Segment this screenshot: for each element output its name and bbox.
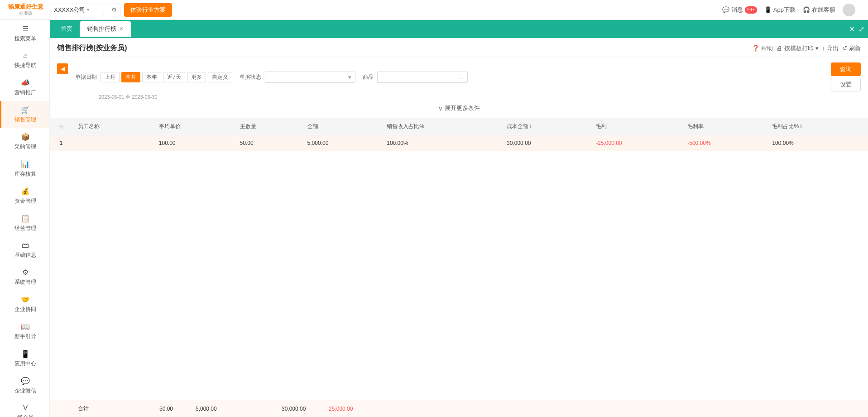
sidebar-item-system-label: 系统管理 (14, 278, 36, 286)
cell-sales-pct: 100.00% (381, 135, 501, 151)
page-content: 销售排行榜(按业务员) ❓ 帮助 🖨 按模板打印 ▾ ↓ 导出 (50, 38, 868, 417)
sidebar-item-guide[interactable]: 📖 新手引导 (0, 318, 49, 345)
gear-icon-btn[interactable]: ⚙ (108, 4, 120, 16)
message-item[interactable]: 💬 消息 99+ (722, 6, 757, 14)
footer-total: 合计 50.00 5,000.00 30,000.00 -25,000.00 (50, 400, 868, 417)
expand-conditions-label: 展开更多条件 (445, 104, 480, 112)
print-chevron-icon: ▾ (815, 45, 819, 52)
date-btn-last-month[interactable]: 上月 (101, 72, 120, 82)
goods-input[interactable]: ... (377, 72, 468, 83)
collapse-filter-icon[interactable]: ◀ (57, 63, 68, 74)
main-layout: ☰ 搜索菜单 ⌂ 快捷导航 📣 营销推广 🛒 销售管理 📦 采购管理 📊 库存核… (0, 20, 868, 417)
tab-home[interactable]: 首页 (53, 21, 80, 37)
filter-row-1: 单据日期 上月 本月 本年 近7天 更多 自定义 (75, 62, 861, 91)
sidebar-item-wechat[interactable]: 💬 企业微信 (0, 372, 49, 399)
sidebar-item-system[interactable]: ⚙ 系统管理 (0, 264, 49, 291)
status-filter: 单据状态 ▾ (240, 72, 355, 83)
logo-area: 畅康通好生意 标准版 (5, 3, 46, 17)
tab-close-icon[interactable]: ✕ (119, 26, 124, 32)
set-button[interactable]: 设置 (831, 78, 861, 91)
sidebar-item-search[interactable]: ☰ 搜索菜单 (0, 20, 49, 47)
sidebar-item-inventory[interactable]: 📊 库存核算 (0, 155, 49, 182)
export-button[interactable]: ↓ 导出 (822, 44, 839, 53)
cell-name (72, 135, 153, 151)
th-sales-pct: 销售收入占比% (381, 118, 501, 135)
system-icon: ⚙ (22, 268, 29, 277)
date-btn-more[interactable]: 更多 (187, 72, 206, 82)
message-label: 消息 (731, 6, 743, 14)
sidebar-item-nav[interactable]: ⌂ 快捷导航 (0, 47, 49, 74)
date-btn-this-year[interactable]: 本年 (142, 72, 161, 82)
status-filter-label: 单据状态 (240, 73, 261, 81)
star-icon: ☆ (58, 123, 64, 130)
maximize-icon[interactable]: ⤢ (858, 25, 864, 34)
logo-text: 畅康通好生意 (8, 3, 43, 10)
sidebar-item-enterprise[interactable]: 🤝 企业协同 (0, 291, 49, 318)
refresh-button[interactable]: ↺ 刷新 (842, 44, 861, 53)
refresh-icon: ↺ (842, 45, 847, 52)
tab-home-label: 首页 (61, 25, 72, 33)
export-icon: ↓ (822, 45, 825, 52)
sidebar-item-member-label: 畅会员 (17, 414, 34, 417)
sidebar-item-guide-label: 新手引导 (14, 333, 36, 340)
avatar[interactable] (843, 4, 855, 16)
sidebar-item-finance-label: 资金管理 (14, 197, 36, 205)
tab-sales-ranking[interactable]: 销售排行榜 ✕ (80, 21, 131, 37)
sidebar-item-member[interactable]: V 畅会员 (0, 399, 49, 417)
th-name: 员工名称 (72, 118, 153, 135)
home-icon: ⌂ (23, 52, 28, 60)
cell-avg-price: 100.00 (153, 135, 235, 151)
print-icon: 🖨 (777, 45, 782, 52)
company-name: XXXXX公司 (54, 6, 85, 14)
wechat-icon: 💬 (21, 377, 30, 385)
sidebar-item-marketing[interactable]: 📣 营销推广 (0, 74, 49, 101)
close-window-icon[interactable]: ✕ (849, 25, 855, 34)
basic-info-icon: 🗃 (22, 241, 29, 249)
cost-info-icon[interactable]: ℹ (530, 124, 532, 129)
headset-icon: 🎧 (803, 6, 810, 13)
app-download-item[interactable]: 📱 App下载 (764, 6, 796, 14)
date-btn-7days[interactable]: 近7天 (163, 72, 185, 82)
online-service-item[interactable]: 🎧 在线客服 (803, 6, 835, 14)
query-button[interactable]: 查询 (831, 62, 861, 76)
date-btn-custom[interactable]: 自定义 (208, 72, 232, 82)
goods-filter: 商品 ... (363, 72, 468, 83)
status-select[interactable]: ▾ (265, 72, 355, 83)
top-bar: 畅康通好生意 标准版 XXXXX公司 ▾ ⚙ 体验行业方案 💬 消息 99+ 📱… (0, 0, 868, 20)
date-range-row: 2023-06-01 至 2023-06-30 (75, 93, 861, 101)
sidebar-item-purchase[interactable]: 📦 采购管理 (0, 128, 49, 155)
footer-gross: -25,000.00 (327, 406, 368, 412)
th-main-qty: 主数量 (235, 118, 302, 135)
sidebar-item-finance[interactable]: 💰 资金管理 (0, 182, 49, 210)
marketing-icon: 📣 (21, 78, 30, 87)
purchase-icon: 📦 (21, 133, 30, 141)
management-icon: 📋 (21, 214, 30, 223)
print-button[interactable]: 🖨 按模板打印 ▾ (777, 44, 819, 53)
footer-cost: 30,000.00 (282, 406, 327, 412)
sidebar-item-sales[interactable]: 🛒 销售管理 (0, 101, 49, 128)
content-area: 首页 销售排行榜 ✕ ✕ ⤢ 销售排行榜(按业务员) ❓ 帮助 (50, 20, 868, 417)
expand-conditions-btn[interactable]: ∨ 展开更多条件 (438, 104, 480, 112)
sidebar-item-enterprise-label: 企业协同 (14, 306, 36, 313)
data-table: ☆ 员工名称 平均单价 主数量 全额 销售收入占比% 成本全额 ℹ 毛利 (50, 118, 868, 151)
tab-bar: 首页 销售排行榜 ✕ ✕ ⤢ (50, 20, 868, 38)
sales-icon: 🛒 (21, 105, 30, 114)
member-icon: V (23, 404, 28, 412)
goods-more-icon: ... (459, 74, 464, 81)
table-body: 1 100.00 50.00 5,000.00 100.00% 30,000.0… (50, 135, 868, 151)
online-service-label: 在线客服 (812, 6, 835, 14)
finance-icon: 💰 (21, 187, 30, 196)
sidebar-item-management[interactable]: 📋 经营管理 (0, 210, 49, 237)
sidebar-item-apps[interactable]: 📱 应用中心 (0, 345, 49, 372)
company-selector[interactable]: XXXXX公司 ▾ (50, 4, 104, 16)
table-area: ☆ 员工名称 平均单价 主数量 全额 销售收入占比% 成本全额 ℹ 毛利 (50, 118, 868, 400)
filter-right-btns: 查询 设置 (831, 62, 861, 91)
help-button[interactable]: ❓ 帮助 (752, 44, 773, 53)
search-menu-icon: ☰ (22, 24, 29, 33)
grosspct-info-icon[interactable]: ℹ (800, 124, 802, 129)
trial-button[interactable]: 体验行业方案 (124, 3, 172, 17)
sidebar-item-basic-info[interactable]: 🗃 基础信息 (0, 237, 49, 264)
table-row: 1 100.00 50.00 5,000.00 100.00% 30,000.0… (50, 135, 868, 151)
date-btn-this-month[interactable]: 本月 (121, 72, 140, 82)
footer-amount: 5,000.00 (196, 406, 236, 412)
